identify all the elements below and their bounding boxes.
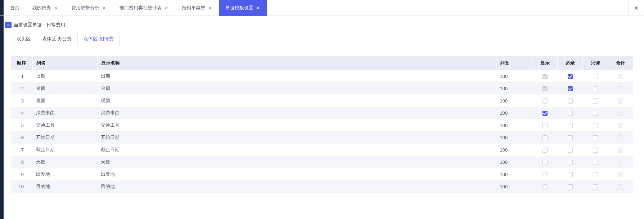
- top-tab-label: 我的待办: [32, 5, 51, 11]
- checkbox-total: [618, 160, 623, 165]
- table-row: 2金额金额100: [11, 82, 633, 95]
- table-row: 6开始日期开始日期100: [11, 131, 633, 144]
- checkbox-readonly[interactable]: [593, 111, 598, 116]
- checkbox-total: [618, 135, 623, 140]
- checkbox-readonly-cell: [583, 107, 608, 119]
- col-width: 列宽: [496, 56, 532, 70]
- top-tab[interactable]: 费用趋势分析✕: [65, 0, 113, 16]
- cell-display: 天数: [97, 156, 496, 168]
- checkbox-total: [618, 148, 623, 153]
- close-icon[interactable]: ✕: [207, 5, 212, 10]
- top-tab-label: 首页: [10, 5, 19, 11]
- checkbox-show-cell: [532, 82, 558, 95]
- checkbox-required[interactable]: [568, 111, 573, 116]
- cell-seq: 2: [11, 82, 32, 95]
- checkbox-show[interactable]: [542, 148, 548, 153]
- checkbox-required-cell: [558, 156, 583, 168]
- cell-seq: 9: [11, 168, 32, 180]
- top-tab[interactable]: 报销单类型✕: [175, 0, 219, 16]
- col-name: 列名: [32, 56, 97, 70]
- checkbox-readonly[interactable]: [593, 74, 598, 79]
- checkbox-readonly[interactable]: [593, 148, 598, 153]
- table-row: 1日期日期100: [11, 70, 633, 82]
- checkbox-required[interactable]: [568, 123, 573, 128]
- cell-seq: 1: [11, 70, 32, 82]
- checkbox-show[interactable]: [542, 98, 548, 104]
- checkbox-total: [618, 172, 623, 177]
- close-all-icon[interactable]: ✕: [628, 0, 644, 16]
- checkbox-show[interactable]: [542, 160, 548, 165]
- checkbox-required-cell: [558, 95, 583, 107]
- cell-name: 消费事由: [32, 107, 97, 119]
- checkbox-readonly[interactable]: [593, 135, 598, 140]
- checkbox-required[interactable]: [568, 86, 573, 91]
- checkbox-total-cell: [608, 70, 633, 82]
- checkbox-total: [618, 111, 623, 116]
- checkbox-required[interactable]: [568, 184, 573, 189]
- config-table: 顺序 列名 显示名称 列宽 显示 必录 只读 合计 1日期日期1002金额金额1…: [11, 56, 633, 193]
- checkbox-required[interactable]: [568, 74, 573, 79]
- checkbox-required[interactable]: [568, 148, 573, 153]
- checkbox-required[interactable]: [568, 98, 573, 104]
- checkbox-show[interactable]: [542, 111, 548, 116]
- checkbox-total: [618, 86, 623, 91]
- cell-seq: 4: [11, 107, 32, 119]
- checkbox-readonly[interactable]: [593, 86, 598, 91]
- cell-display: 开始日期: [97, 131, 496, 144]
- checkbox-readonly-cell: [583, 70, 608, 82]
- checkbox-show-cell: [532, 95, 558, 107]
- checkbox-show-cell: [532, 180, 558, 193]
- cell-width: 100: [496, 131, 532, 144]
- cell-name: 天数: [32, 156, 97, 168]
- cell-width: 100: [496, 180, 532, 193]
- cell-seq: 8: [11, 156, 32, 168]
- checkbox-show[interactable]: [542, 135, 548, 140]
- cell-name: 出发地: [32, 168, 97, 180]
- checkbox-required[interactable]: [568, 135, 573, 140]
- close-icon[interactable]: ✕: [53, 5, 58, 10]
- checkbox-readonly[interactable]: [593, 184, 598, 189]
- checkbox-required-cell: [558, 168, 583, 180]
- checkbox-required[interactable]: [568, 160, 573, 165]
- checkbox-show[interactable]: [542, 184, 548, 189]
- checkbox-show: [542, 86, 548, 91]
- top-tab-label: 报销单类型: [182, 5, 205, 11]
- config-table-wrap: 顺序 列名 显示名称 列宽 显示 必录 只读 合计 1日期日期1002金额金额1…: [0, 46, 644, 193]
- close-icon[interactable]: ✕: [256, 5, 261, 10]
- checkbox-total-cell: [608, 82, 633, 95]
- checkbox-readonly-cell: [583, 131, 608, 144]
- top-tab[interactable]: 单据模板设置✕: [219, 0, 267, 16]
- top-tab-label: 部门费用类型统计表: [120, 5, 162, 11]
- top-tab-bar: 首页我的待办✕费用趋势分析✕部门费用类型统计表✕报销单类型✕单据模板设置✕✕: [0, 0, 644, 16]
- checkbox-total-cell: [608, 95, 633, 107]
- table-row: 4消费事由消费事由100: [11, 107, 633, 119]
- close-icon[interactable]: ✕: [164, 5, 169, 10]
- top-tab[interactable]: 首页: [4, 0, 26, 16]
- cell-seq: 3: [11, 95, 32, 107]
- sub-tab[interactable]: 表体区-办公费: [36, 32, 77, 46]
- table-row: 8天数天数100: [11, 156, 633, 168]
- cell-name: 截止日期: [32, 144, 97, 156]
- cell-seq: 6: [11, 131, 32, 144]
- checkbox-show[interactable]: [542, 123, 548, 128]
- checkbox-show[interactable]: [542, 172, 548, 177]
- close-icon[interactable]: ✕: [102, 5, 107, 10]
- checkbox-required[interactable]: [568, 172, 573, 177]
- sub-tab[interactable]: 表头区: [11, 32, 36, 46]
- checkbox-readonly[interactable]: [593, 172, 598, 177]
- table-row: 5交通工具交通工具100: [11, 119, 633, 131]
- checkbox-readonly[interactable]: [593, 160, 598, 165]
- setting-value: 日常费用: [46, 22, 65, 27]
- top-tab[interactable]: 我的待办✕: [26, 0, 65, 16]
- cell-seq: 7: [11, 144, 32, 156]
- checkbox-readonly[interactable]: [593, 98, 598, 104]
- checkbox-show-cell: [532, 131, 558, 144]
- cell-name: 税额: [32, 95, 97, 107]
- checkbox-readonly-cell: [583, 144, 608, 156]
- top-tab[interactable]: 部门费用类型统计表✕: [113, 0, 175, 16]
- checkbox-total: [618, 98, 623, 104]
- col-total: 合计: [608, 56, 633, 70]
- checkbox-readonly[interactable]: [593, 123, 598, 128]
- expand-icon[interactable]: »: [5, 22, 12, 28]
- sub-tab[interactable]: 表体区-招待费: [77, 32, 119, 46]
